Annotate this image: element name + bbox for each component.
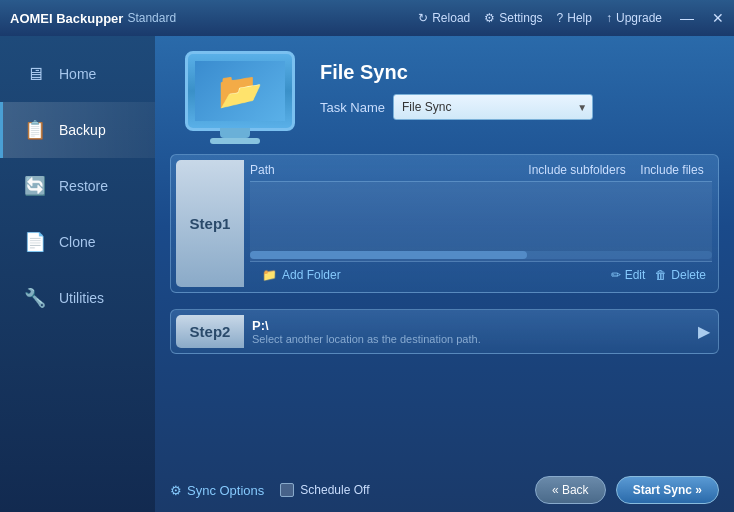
step1-col-path: Path [250,163,522,177]
schedule-row: Schedule Off [280,483,369,497]
sidebar-item-utilities-label: Utilities [59,290,104,306]
sidebar-item-clone-label: Clone [59,234,96,250]
reload-button[interactable]: ↻ Reload [418,11,470,25]
step2-drive: P:\ [252,318,698,333]
folder-icon: 📂 [218,70,263,112]
step1-col-subfolders: Include subfolders [522,163,632,177]
sync-options-button[interactable]: ⚙ Sync Options [170,483,264,498]
add-folder-button[interactable]: 📁 Add Folder [256,266,347,284]
content-area: 📂 File Sync Task Name File Sync ▼ [155,36,734,512]
step1-content: Path Include subfolders Include files 📁 … [244,155,718,292]
step1-footer-right: ✏ Edit 🗑 Delete [611,268,706,282]
sidebar-item-backup-label: Backup [59,122,106,138]
sidebar-item-clone[interactable]: 📄 Clone [0,214,155,270]
upgrade-button[interactable]: ↑ Upgrade [606,11,662,25]
minimize-button[interactable]: — [680,10,694,26]
sidebar-item-home[interactable]: 🖥 Home [0,46,155,102]
step2-content: P:\ Select another location as the desti… [244,310,718,353]
sidebar-item-home-label: Home [59,66,96,82]
step1-col-files: Include files [632,163,712,177]
utilities-icon: 🔧 [21,284,49,312]
step1-row: Step1 Path Include subfolders Include fi… [171,155,718,292]
page-title: File Sync [320,61,593,84]
add-folder-icon: 📁 [262,268,277,282]
title-bar: AOMEI Backupper Standard ↻ Reload ⚙ Sett… [0,0,734,36]
step1-body [250,182,712,262]
close-button[interactable]: ✕ [712,10,724,26]
hero-text: File Sync Task Name File Sync ▼ [320,46,593,120]
sync-options-gear-icon: ⚙ [170,483,182,498]
upgrade-icon: ↑ [606,11,612,25]
hero-area: 📂 File Sync Task Name File Sync ▼ [155,36,734,146]
task-name-label: Task Name [320,100,385,115]
browse-icon[interactable]: ▶ [698,322,710,341]
step2-panel: Step2 P:\ Select another location as the… [170,309,719,354]
home-icon: 🖥 [21,60,49,88]
sidebar-item-backup[interactable]: 📋 Backup [0,102,155,158]
step2-button[interactable]: Step2 [176,315,244,348]
sidebar-item-restore-label: Restore [59,178,108,194]
step1-scrollbar-thumb [250,251,527,259]
sidebar-item-utilities[interactable]: 🔧 Utilities [0,270,155,326]
hero-image: 📂 [175,46,305,146]
help-button[interactable]: ? Help [557,11,592,25]
sidebar-item-restore[interactable]: 🔄 Restore [0,158,155,214]
bottom-right-actions: « Back Start Sync » [535,476,719,504]
task-name-select-wrapper[interactable]: File Sync ▼ [393,94,593,120]
help-icon: ? [557,11,564,25]
step1-panel: Step1 Path Include subfolders Include fi… [170,154,719,293]
app-logo: AOMEI Backupper [10,11,123,26]
delete-icon: 🗑 [655,268,667,282]
step2-path-display: P:\ Select another location as the desti… [252,318,698,345]
task-name-select[interactable]: File Sync [393,94,593,120]
step2-row: Step2 P:\ Select another location as the… [171,310,718,353]
schedule-checkbox[interactable] [280,483,294,497]
main-layout: 🖥 Home 📋 Backup 🔄 Restore 📄 Clone 🔧 Util… [0,36,734,512]
settings-button[interactable]: ⚙ Settings [484,11,542,25]
monitor-base: 📂 [185,51,295,131]
schedule-label: Schedule Off [300,483,369,497]
monitor-screen: 📂 [195,61,285,121]
monitor-stand [220,128,250,138]
step2-hint: Select another location as the destinati… [252,333,698,345]
title-bar-actions: ↻ Reload ⚙ Settings ? Help ↑ Upgrade — ✕ [418,10,724,26]
restore-icon: 🔄 [21,172,49,200]
edit-icon: ✏ [611,268,621,282]
step1-button[interactable]: Step1 [176,160,244,287]
bottom-bar: ⚙ Sync Options Schedule Off « Back Start… [155,468,734,512]
monitor-foot [210,138,260,144]
back-button[interactable]: « Back [535,476,606,504]
gear-icon: ⚙ [484,11,495,25]
reload-icon: ↻ [418,11,428,25]
task-name-row: Task Name File Sync ▼ [320,94,593,120]
step1-header: Path Include subfolders Include files [250,159,712,182]
backup-icon: 📋 [21,116,49,144]
start-sync-button[interactable]: Start Sync » [616,476,719,504]
clone-icon: 📄 [21,228,49,256]
step1-footer: 📁 Add Folder ✏ Edit 🗑 Delete [250,262,712,288]
step1-scrollbar[interactable] [250,251,712,259]
app-edition: Standard [127,11,176,25]
edit-button[interactable]: ✏ Edit [611,268,646,282]
delete-button[interactable]: 🗑 Delete [655,268,706,282]
sidebar: 🖥 Home 📋 Backup 🔄 Restore 📄 Clone 🔧 Util… [0,36,155,512]
